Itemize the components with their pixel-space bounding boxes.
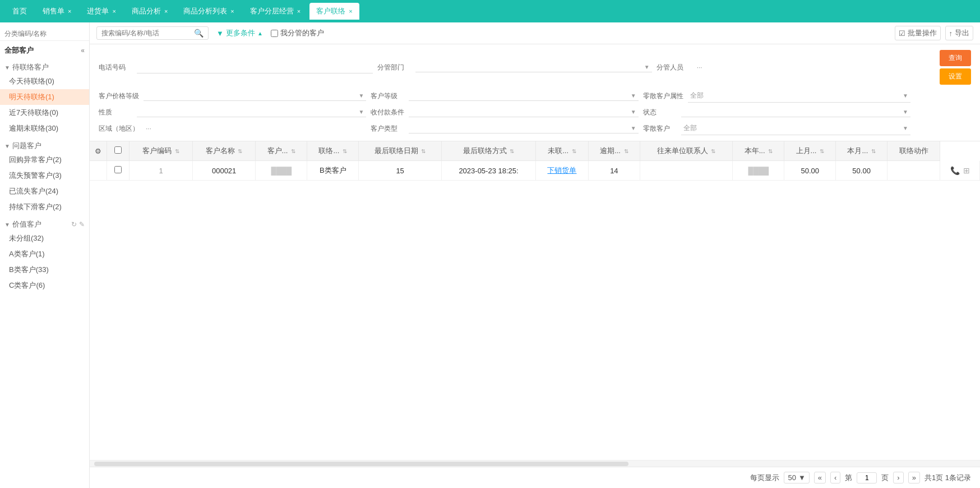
th-last-contact-date[interactable]: 最后联络日期 ⇅	[359, 141, 442, 161]
nav-close-product-analysis-list[interactable]: ×	[230, 8, 234, 15]
th-name[interactable]: 客户名称 ⇅	[192, 141, 256, 161]
sidebar-item-b-class[interactable]: B类客户(33)	[0, 262, 89, 278]
th-contact[interactable]: 联络... ⇅	[307, 141, 359, 161]
page-input[interactable]	[857, 472, 877, 484]
th-type[interactable]: 客户... ⇅	[256, 141, 307, 161]
td-last-contact-method[interactable]: 下销货单	[535, 161, 588, 181]
nav-product-analysis[interactable]: 商品分析 ×	[125, 3, 174, 20]
main-search-input[interactable]	[101, 29, 194, 37]
filter-customer-type-select[interactable]: ▼	[409, 123, 638, 133]
th-last-contact-method[interactable]: 最后联络方式 ⇅	[442, 141, 536, 161]
sidebar-item-c-class[interactable]: C类客户(6)	[0, 278, 89, 293]
sidebar-item-churn-warning[interactable]: 流失预警客户(3)	[0, 168, 89, 183]
row-checkbox[interactable]	[114, 166, 122, 173]
filter-row-1: 电话号码 分管部门 ▼ 分管人员 ··· 查询 设置	[99, 50, 971, 85]
filter-status-select[interactable]: ▼	[681, 107, 910, 117]
filter-arrow-icon: ▲	[257, 30, 263, 36]
th-code[interactable]: 客户编码 ⇅	[130, 141, 193, 161]
nav-close-product-analysis[interactable]: ×	[164, 8, 168, 15]
nav-customer-contact[interactable]: 客户联络 ×	[309, 3, 359, 20]
td-checkbox[interactable]	[107, 161, 130, 181]
triangle-icon-3: ▼	[4, 222, 10, 228]
scroll-bar-container	[90, 460, 980, 467]
td-contact: 15	[359, 161, 442, 181]
filter-status: 状态 ▼	[643, 107, 910, 117]
my-customers-checkbox[interactable]	[271, 30, 278, 37]
sidebar-item-churned[interactable]: 已流失客户(24)	[0, 183, 89, 199]
sort-icon-lcd: ⇅	[421, 148, 426, 154]
value-group-edit[interactable]: ✎	[79, 220, 85, 228]
sort-icon-uc: ⇅	[711, 148, 715, 154]
th-unit-contact[interactable]: 往来单位联系人 ⇅	[640, 141, 733, 161]
prev-page-btn[interactable]: ‹	[830, 472, 840, 484]
set-btn[interactable]: 设置	[940, 68, 971, 85]
td-name: ████	[256, 161, 307, 181]
nav-home[interactable]: 首页	[6, 3, 34, 20]
sidebar-item-a-class[interactable]: A类客户(1)	[0, 246, 89, 262]
filter-phone-input[interactable]	[137, 62, 373, 73]
sidebar-item-7days[interactable]: 近7天待联络(0)	[0, 105, 89, 121]
filter-customer-level-select[interactable]: ▼	[409, 91, 638, 101]
all-customers-title[interactable]: 全部客户 «	[0, 43, 89, 58]
action-grid-icon[interactable]: ⊞	[963, 166, 970, 175]
nav-close-purchase[interactable]: ×	[112, 8, 115, 15]
filter-region-more[interactable]: ···	[144, 125, 154, 132]
main-search-box[interactable]: 🔍	[96, 26, 209, 40]
nav-close-customer-contact[interactable]: ×	[349, 8, 352, 15]
th-last-month[interactable]: 上月... ⇅	[784, 141, 836, 161]
td-code: 000021	[192, 161, 256, 181]
nav-sales[interactable]: 销售单 ×	[36, 3, 78, 20]
filter-payment: 收付款条件 ▼	[371, 107, 638, 117]
my-customers-checkbox-label[interactable]: 我分管的客户	[271, 28, 324, 38]
content-area: 🔍 ▼ 更多条件 ▲ 我分管的客户 ☑ 批量操作 ↑ 导出	[90, 22, 980, 488]
filter-price-level: 客户价格等级 ▼	[99, 91, 366, 101]
sidebar-item-repurchase-abnormal[interactable]: 回购异常客户(2)	[0, 152, 89, 168]
value-group-refresh[interactable]: ↻	[71, 220, 77, 228]
sidebar-item-ungrouped[interactable]: 未分组(32)	[0, 231, 89, 246]
sidebar-item-declining[interactable]: 持续下滑客户(2)	[0, 199, 89, 215]
sidebar-item-overdue[interactable]: 逾期未联络(30)	[0, 121, 89, 136]
th-this-month[interactable]: 本月... ⇅	[836, 141, 887, 161]
sidebar-search-box[interactable]: 🔍	[0, 27, 89, 41]
filter-region: 区域（地区） ···	[99, 124, 366, 133]
first-page-btn[interactable]: «	[814, 472, 826, 484]
sort-icon-tm: ⇅	[871, 148, 876, 154]
th-this-year[interactable]: 本年... ⇅	[733, 141, 784, 161]
more-filter-btn[interactable]: ▼ 更多条件 ▲	[213, 26, 266, 40]
select-all-checkbox[interactable]	[114, 146, 122, 154]
th-uncontacted[interactable]: 未联... ⇅	[535, 141, 588, 161]
batch-op-btn[interactable]: ☑ 批量操作	[895, 26, 941, 40]
th-overdue[interactable]: 逾期... ⇅	[588, 141, 640, 161]
filter-dept-select[interactable]: ▼	[415, 62, 651, 72]
filter-scatter-attr-select[interactable]: 全部 ▼	[688, 89, 910, 103]
filter-row-3: 性质 ▼ 收付款条件 ▼ 状态	[99, 107, 971, 117]
filter-phone: 电话号码	[99, 62, 373, 73]
sidebar-search-input[interactable]	[4, 30, 89, 38]
filter-nature-select[interactable]: ▼	[137, 107, 366, 117]
td-unit-contact: ████	[733, 161, 784, 181]
filter-scatter-customer-select[interactable]: 全部 ▼	[681, 122, 910, 135]
nav-purchase[interactable]: 进货单 ×	[80, 3, 122, 20]
nav-close-sales[interactable]: ×	[68, 8, 71, 15]
last-page-btn[interactable]: »	[908, 472, 920, 484]
sidebar-item-today[interactable]: 今天待联络(0)	[0, 73, 89, 89]
sidebar: 🔍 全部客户 « ▼ 待联络客户 今天待联络(0) 明天待联络(1) 近7天待联…	[0, 22, 90, 488]
sidebar-item-tomorrow[interactable]: 明天待联络(1)	[0, 89, 89, 105]
page-size-select[interactable]: 50 ▼	[784, 472, 809, 484]
scroll-bar[interactable]	[94, 462, 628, 466]
table-header-row: ⚙ 客户编码 ⇅ 客户名称 ⇅ 客户... ⇅	[90, 141, 980, 161]
th-settings[interactable]: ⚙	[90, 141, 107, 161]
action-phone-icon[interactable]: 📞	[950, 166, 960, 175]
filter-dept: 分管部门 ▼	[377, 62, 651, 72]
filter-price-level-select[interactable]: ▼	[144, 91, 366, 101]
nav-customer-tier[interactable]: 客户分层经营 ×	[243, 3, 307, 20]
th-checkbox[interactable]	[107, 141, 130, 161]
export-btn[interactable]: ↑ 导出	[945, 26, 974, 40]
filter-person-more[interactable]: ···	[695, 63, 705, 71]
nav-close-customer-tier[interactable]: ×	[297, 8, 301, 15]
main-search-icon[interactable]: 🔍	[194, 29, 204, 38]
filter-payment-select[interactable]: ▼	[409, 107, 638, 117]
next-page-btn[interactable]: ›	[893, 472, 903, 484]
query-btn[interactable]: 查询	[940, 50, 971, 66]
nav-product-analysis-list[interactable]: 商品分析列表 ×	[177, 3, 241, 20]
